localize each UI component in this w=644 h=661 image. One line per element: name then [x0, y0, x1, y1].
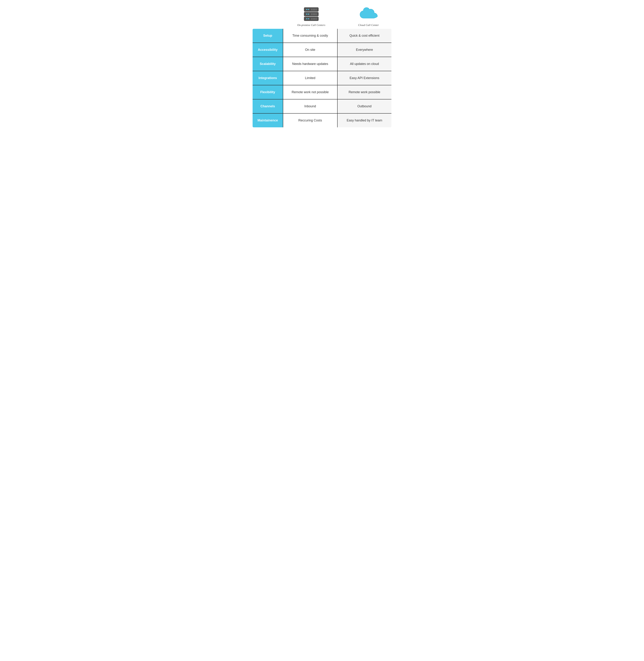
feature-cell: Channels — [252, 99, 283, 113]
onprem-cell: Limited — [283, 71, 337, 85]
svg-point-30 — [313, 19, 314, 20]
table-row: ScalabilityNeeds hardware updatesAll upd… — [252, 57, 392, 71]
table-row: IntegrationsLimitedEasy API Extensions — [252, 71, 392, 85]
table-row: SetupTime consuming & costlyQuick & cost… — [252, 29, 392, 43]
cloud-cell: Outbound — [337, 99, 392, 113]
cloud-cell: Everywhere — [337, 43, 392, 57]
feature-cell: Flexibility — [252, 85, 283, 99]
svg-point-13 — [306, 14, 307, 15]
feature-cell: Integrations — [252, 71, 283, 85]
svg-point-15 — [312, 14, 312, 14]
feature-cell: Accessibility — [252, 43, 283, 57]
table-row: MaintainenceReccuring CostsEasy handled … — [252, 113, 392, 127]
svg-point-22 — [316, 14, 317, 15]
cloud-cell: All updates on cloud — [337, 57, 392, 71]
server-icon — [303, 7, 319, 21]
svg-point-21 — [314, 14, 315, 15]
onprem-cell: Reccuring Costs — [283, 113, 337, 127]
svg-point-8 — [316, 9, 317, 9]
svg-point-25 — [312, 18, 312, 19]
page-wrapper: On-premise Call Centers Cloud Call Cente… — [252, 7, 392, 128]
svg-point-24 — [308, 18, 309, 19]
onprem-column-header: On-premise Call Centers — [293, 7, 329, 27]
onprem-cell: Remote work not possible — [283, 85, 337, 99]
cloud-icon — [359, 7, 378, 21]
cloud-cell: Quick & cost efficient — [337, 29, 392, 43]
svg-point-11 — [314, 10, 315, 10]
table-row: AccessibilityOn siteEverywhere — [252, 43, 392, 57]
table-row: FlexibilityRemote work not possibleRemot… — [252, 85, 392, 99]
svg-point-32 — [316, 19, 317, 20]
svg-point-10 — [313, 10, 314, 10]
table-row: ChannelsInboundOutbound — [252, 99, 392, 113]
svg-point-5 — [312, 9, 312, 9]
svg-point-27 — [314, 18, 315, 19]
onprem-cell: Inbound — [283, 99, 337, 113]
svg-point-16 — [313, 14, 314, 14]
svg-point-19 — [312, 14, 312, 15]
svg-point-18 — [316, 14, 317, 14]
svg-point-17 — [314, 14, 315, 14]
svg-point-3 — [306, 9, 307, 10]
svg-point-28 — [316, 18, 317, 19]
svg-point-31 — [314, 19, 315, 20]
cloud-column-header: Cloud Call Center — [351, 7, 386, 27]
svg-point-4 — [308, 9, 309, 10]
svg-point-14 — [308, 14, 309, 15]
cloud-cell: Remote work possible — [337, 85, 392, 99]
svg-point-9 — [312, 10, 312, 10]
svg-point-26 — [313, 18, 314, 19]
cloud-cell: Easy handled by IT team — [337, 113, 392, 127]
svg-point-20 — [313, 14, 314, 15]
onprem-cell: Time consuming & costly — [283, 29, 337, 43]
onprem-cell: On site — [283, 43, 337, 57]
onprem-cell: Needs hardware updates — [283, 57, 337, 71]
feature-cell: Setup — [252, 29, 283, 43]
feature-cell: Scalability — [252, 57, 283, 71]
svg-point-12 — [316, 10, 317, 10]
cloud-cell: Easy API Extensions — [337, 71, 392, 85]
svg-point-29 — [312, 19, 312, 20]
svg-point-6 — [313, 9, 314, 9]
feature-cell: Maintainence — [252, 113, 283, 127]
onprem-title: On-premise Call Centers — [297, 24, 325, 27]
cloud-title: Cloud Call Center — [358, 24, 379, 27]
svg-point-7 — [314, 9, 315, 9]
comparison-table: SetupTime consuming & costlyQuick & cost… — [252, 28, 392, 128]
svg-point-23 — [306, 18, 307, 19]
header-section: On-premise Call Centers Cloud Call Cente… — [252, 7, 392, 27]
